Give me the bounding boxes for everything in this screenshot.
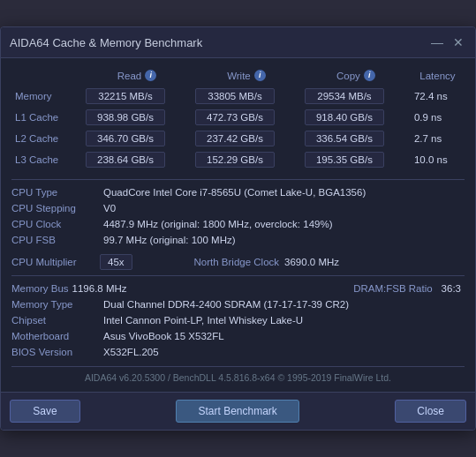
- read-cell: 346.70 GB/s: [82, 128, 192, 149]
- cpu-info-grid: CPU Type QuadCore Intel Core i7-8565U (C…: [11, 185, 465, 247]
- bios-value: X532FL.205: [100, 345, 465, 359]
- chipset-value: Intel Cannon Point-LP, Intel Whiskey Lak…: [100, 313, 465, 327]
- copy-cell: 29534 MB/s: [301, 86, 411, 107]
- cpu-fsb-value: 99.7 MHz (original: 100 MHz): [100, 233, 465, 247]
- write-cell: 472.73 GB/s: [192, 107, 301, 128]
- save-button[interactable]: Save: [10, 400, 80, 423]
- cpu-stepping-value: V0: [100, 201, 465, 215]
- latency-cell: 0.9 ns: [411, 107, 465, 128]
- motherboard-value: Asus VivoBook 15 X532FL: [100, 329, 465, 343]
- nb-clock-label: North Bridge Clock: [194, 257, 280, 267]
- memory-bus-label: Memory Bus: [11, 281, 69, 296]
- latency-cell: 2.7 ns: [411, 128, 465, 149]
- copy-cell: 336.54 GB/s: [301, 128, 411, 149]
- latency-cell: 72.4 ns: [411, 86, 465, 107]
- multiplier-row: CPU Multiplier 45x North Bridge Clock 36…: [11, 254, 465, 270]
- window-title: AIDA64 Cache & Memory Benchmark: [10, 36, 202, 49]
- bios-label: BIOS Version: [11, 345, 100, 359]
- motherboard-label: Motherboard: [11, 329, 100, 343]
- latency-cell: 10.0 ns: [411, 149, 465, 170]
- row-label: Memory: [11, 86, 82, 107]
- copy-info-icon[interactable]: i: [364, 70, 375, 81]
- copy-header: Copy: [336, 71, 360, 81]
- write-cell: 33805 MB/s: [192, 86, 301, 107]
- copy-cell: 918.40 GB/s: [301, 107, 411, 128]
- close-button-bar[interactable]: Close: [395, 400, 466, 423]
- divider-2: [11, 275, 465, 276]
- minimize-button[interactable]: —: [429, 34, 445, 50]
- cpu-stepping-label: CPU Stepping: [11, 201, 100, 215]
- title-bar: AIDA64 Cache & Memory Benchmark — ✕: [1, 27, 475, 58]
- divider-1: [11, 179, 465, 180]
- row-label: L2 Cache: [11, 128, 82, 149]
- footer-text: AIDA64 v6.20.5300 / BenchDLL 4.5.816.8-x…: [11, 366, 465, 386]
- cpu-fsb-label: CPU FSB: [11, 233, 100, 247]
- close-button[interactable]: ✕: [450, 34, 466, 50]
- read-cell: 238.64 GB/s: [82, 149, 192, 170]
- read-header: Read: [117, 71, 142, 81]
- write-cell: 152.29 GB/s: [192, 149, 301, 170]
- chipset-label: Chipset: [11, 313, 100, 327]
- cpu-type-label: CPU Type: [11, 185, 100, 199]
- table-row: L1 Cache 938.98 GB/s 472.73 GB/s 918.40 …: [11, 107, 465, 128]
- button-bar: Save Start Benchmark Close: [1, 392, 475, 430]
- memory-bus-value: 1196.8 MHz: [69, 281, 354, 296]
- read-info-icon[interactable]: i: [145, 70, 156, 81]
- write-header: Write: [227, 71, 251, 81]
- latency-header: Latency: [419, 71, 455, 81]
- dram-ratio-value: 36:3: [438, 281, 465, 296]
- cpu-multiplier-value: 45x: [100, 254, 132, 270]
- benchmark-table: Read i Write i Copy i: [11, 67, 465, 170]
- row-label: L1 Cache: [11, 107, 82, 128]
- content-area: Read i Write i Copy i: [1, 58, 475, 392]
- write-cell: 237.42 GB/s: [192, 128, 301, 149]
- cpu-clock-value: 4487.9 MHz (original: 1800 MHz, overcloc…: [100, 217, 465, 231]
- system-info-grid: Memory Type Dual Channel DDR4-2400 SDRAM…: [11, 297, 465, 359]
- memory-type-value: Dual Channel DDR4-2400 SDRAM (17-17-17-3…: [100, 297, 465, 311]
- nb-clock-value: 3690.0 MHz: [284, 257, 339, 267]
- dram-ratio-label: DRAM:FSB Ratio: [353, 281, 432, 296]
- main-window: AIDA64 Cache & Memory Benchmark — ✕ Read…: [0, 26, 476, 431]
- memory-type-label: Memory Type: [11, 297, 100, 311]
- membus-row: Memory Bus 1196.8 MHz DRAM:FSB Ratio 36:…: [11, 281, 465, 296]
- read-cell: 32215 MB/s: [82, 86, 192, 107]
- cpu-clock-label: CPU Clock: [11, 217, 100, 231]
- table-row: L2 Cache 346.70 GB/s 237.42 GB/s 336.54 …: [11, 128, 465, 149]
- row-label: L3 Cache: [11, 149, 82, 170]
- copy-cell: 195.35 GB/s: [301, 149, 411, 170]
- start-benchmark-button[interactable]: Start Benchmark: [176, 400, 298, 423]
- write-info-icon[interactable]: i: [254, 70, 266, 81]
- read-cell: 938.98 GB/s: [82, 107, 192, 128]
- cpu-multiplier-label: CPU Multiplier: [11, 255, 100, 269]
- window-controls: — ✕: [429, 34, 466, 50]
- table-row: Memory 32215 MB/s 33805 MB/s 29534 MB/s …: [11, 86, 465, 107]
- table-row: L3 Cache 238.64 GB/s 152.29 GB/s 195.35 …: [11, 149, 465, 170]
- cpu-type-value: QuadCore Intel Core i7-8565U (Comet Lake…: [100, 185, 465, 199]
